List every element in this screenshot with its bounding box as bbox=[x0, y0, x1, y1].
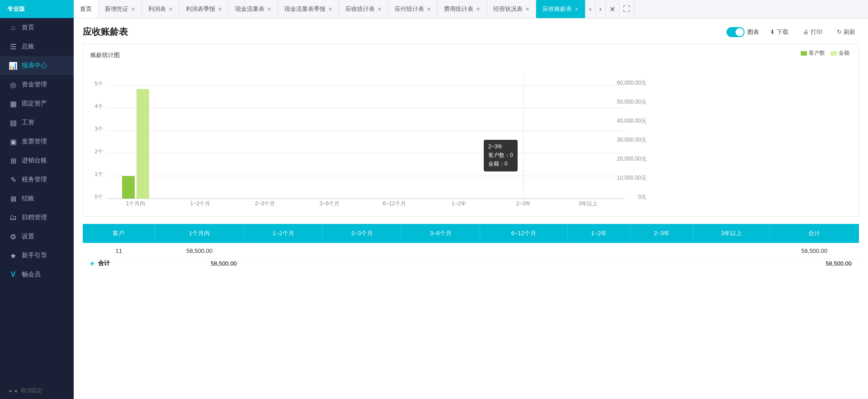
td-y23 bbox=[630, 243, 693, 259]
sidebar: 专业版 ⌂ 首页 ☰ 总账 📊 报表中心 ◎ 资金管理 ▦ 固定资产 ▤ 工资 … bbox=[0, 0, 74, 399]
sidebar-item-label: 税务管理 bbox=[22, 176, 47, 184]
tax-icon: ✎ bbox=[9, 176, 17, 184]
tab-label: 新增凭证 bbox=[105, 5, 128, 13]
close-icon[interactable]: ✕ bbox=[427, 6, 431, 12]
svg-text:0元: 0元 bbox=[638, 194, 646, 200]
tab-aging[interactable]: 应收账龄表 ✕ bbox=[536, 0, 585, 18]
page-content: 应收账龄表 图表 ⬇ 下载 🖨 打印 ↻ 刷新 bbox=[74, 19, 868, 399]
close-icon[interactable]: ✕ bbox=[218, 6, 222, 12]
sidebar-item-guide[interactable]: ★ 新手引导 bbox=[0, 246, 74, 265]
page-title: 应收账龄表 bbox=[83, 26, 128, 38]
tab-payable-stat[interactable]: 应付统计表 ✕ bbox=[388, 0, 438, 18]
td-footer-m23 bbox=[323, 259, 401, 268]
svg-text:1个: 1个 bbox=[94, 171, 103, 177]
tab-voucher[interactable]: 新增凭证 ✕ bbox=[99, 0, 142, 18]
sidebar-pin-toggle[interactable]: ◄◄ 取消固定 bbox=[0, 382, 74, 399]
close-icon[interactable]: ✕ bbox=[575, 6, 579, 12]
print-button[interactable]: 🖨 打印 bbox=[799, 26, 826, 38]
chart-svg-wrap: 0个 1个 2个 3个 4个 5个 0元 10,000.00元 20,000.0… bbox=[90, 63, 851, 209]
tab-label: 应收账龄表 bbox=[542, 5, 572, 13]
tab-profit[interactable]: 利润表 ✕ bbox=[142, 0, 179, 18]
tab-cashflow[interactable]: 现金流量表 ✕ bbox=[229, 0, 278, 18]
tab-label: 应付统计表 bbox=[395, 5, 424, 13]
pin-label: 取消固定 bbox=[21, 387, 42, 394]
tab-expense[interactable]: 费用统计表 ✕ bbox=[438, 0, 487, 18]
td-total: 58,500.00 bbox=[769, 243, 859, 259]
svg-text:10,000.00元: 10,000.00元 bbox=[617, 175, 646, 181]
download-button[interactable]: ⬇ 下载 bbox=[766, 26, 792, 38]
tab-operations[interactable]: 经营状况表 ✕ bbox=[487, 0, 536, 18]
tab-close-all-button[interactable]: ✕ bbox=[606, 0, 619, 18]
svg-text:4个: 4个 bbox=[94, 103, 103, 109]
tab-next-button[interactable]: › bbox=[595, 0, 605, 18]
table-row: 11 58,500.00 58,500.00 bbox=[83, 243, 859, 259]
sidebar-item-label: 畅会员 bbox=[22, 271, 41, 279]
table-body: 11 58,500.00 58,500.00 bbox=[83, 243, 859, 259]
inventory-icon: ⊞ bbox=[9, 157, 17, 165]
legend-customers-label: 客户数 bbox=[809, 49, 825, 57]
sidebar-item-funds[interactable]: ◎ 资金管理 bbox=[0, 75, 74, 94]
footer-label: 合计 bbox=[98, 260, 110, 266]
sidebar-item-reports[interactable]: 📊 报表中心 bbox=[0, 56, 74, 75]
sidebar-item-ledger[interactable]: ☰ 总账 bbox=[0, 37, 74, 56]
td-footer-m36 bbox=[401, 259, 480, 268]
home-icon: ⌂ bbox=[9, 24, 17, 32]
sidebar-item-tax[interactable]: ✎ 税务管理 bbox=[0, 170, 74, 189]
tab-cashflow-quarter[interactable]: 现金流量表季报 ✕ bbox=[278, 0, 339, 18]
close-icon[interactable]: ✕ bbox=[131, 6, 135, 12]
svg-text:1个月内: 1个月内 bbox=[126, 200, 146, 207]
td-m12 bbox=[244, 243, 323, 259]
sidebar-item-assets[interactable]: ▦ 固定资产 bbox=[0, 94, 74, 113]
close-icon[interactable]: ✕ bbox=[476, 6, 480, 12]
chart-svg: 0个 1个 2个 3个 4个 5个 0元 10,000.00元 20,000.0… bbox=[90, 63, 651, 208]
tab-label: 利润表季报 bbox=[186, 5, 215, 13]
tab-prev-button[interactable]: ‹ bbox=[585, 0, 595, 18]
ledger-icon: ☰ bbox=[9, 43, 17, 51]
th-m612: 6~12个月 bbox=[480, 224, 567, 243]
reports-icon: 📊 bbox=[9, 62, 17, 70]
total-icon: ◈ bbox=[90, 260, 94, 266]
sidebar-item-label: 报表中心 bbox=[22, 62, 47, 70]
th-y12: 1~2年 bbox=[567, 224, 630, 243]
svg-text:3年以上: 3年以上 bbox=[579, 200, 598, 207]
close-icon[interactable]: ✕ bbox=[525, 6, 529, 12]
sidebar-item-archive[interactable]: 🗂 归档管理 bbox=[0, 208, 74, 227]
td-footer-m12 bbox=[244, 259, 323, 268]
svg-text:5个: 5个 bbox=[94, 81, 103, 87]
vip-icon: V bbox=[9, 271, 17, 279]
sidebar-item-label: 归档管理 bbox=[22, 214, 47, 222]
th-m23: 2~3个月 bbox=[323, 224, 401, 243]
close-icon[interactable]: ✕ bbox=[169, 6, 173, 12]
tab-home[interactable]: 首页 bbox=[74, 0, 99, 18]
sidebar-item-home[interactable]: ⌂ 首页 bbox=[0, 18, 74, 37]
chart-area: 账龄统计图 客户数 金额 0个 1个 2个 3个 4个 bbox=[83, 43, 859, 217]
sidebar-item-inventory[interactable]: ⊞ 进销台账 bbox=[0, 151, 74, 170]
sidebar-item-salary[interactable]: ▤ 工资 bbox=[0, 113, 74, 132]
tab-maximize-button[interactable]: ⛶ bbox=[619, 0, 634, 18]
tab-profit-quarter[interactable]: 利润表季报 ✕ bbox=[179, 0, 229, 18]
th-m36: 3~6个月 bbox=[401, 224, 480, 243]
close-icon[interactable]: ✕ bbox=[267, 6, 271, 12]
td-footer-m612 bbox=[480, 259, 567, 268]
sidebar-item-settings[interactable]: ⚙ 设置 bbox=[0, 227, 74, 246]
refresh-button[interactable]: ↻ 刷新 bbox=[833, 26, 859, 38]
svg-text:30,000.00元: 30,000.00元 bbox=[617, 137, 646, 143]
svg-text:3个: 3个 bbox=[94, 126, 103, 132]
chart-legend: 客户数 金额 bbox=[801, 49, 849, 57]
print-icon: 🖨 bbox=[803, 28, 809, 35]
sidebar-item-label: 新手引导 bbox=[22, 252, 47, 260]
tab-label: 现金流量表 bbox=[235, 5, 264, 13]
td-footer-m1: 58,500.00 bbox=[155, 259, 244, 268]
sidebar-item-invoice[interactable]: ▣ 发票管理 bbox=[0, 132, 74, 151]
close-icon[interactable]: ✕ bbox=[328, 6, 332, 12]
sidebar-item-vip[interactable]: V 畅会员 bbox=[0, 265, 74, 284]
tab-receivable-stat[interactable]: 应收统计表 ✕ bbox=[339, 0, 388, 18]
tab-label: 经营状况表 bbox=[493, 5, 523, 13]
chart-toggle[interactable] bbox=[726, 27, 745, 37]
assets-icon: ▦ bbox=[9, 100, 17, 108]
sidebar-item-label: 首页 bbox=[22, 24, 34, 32]
close-icon[interactable]: ✕ bbox=[377, 6, 382, 12]
sidebar-item-settle[interactable]: ⊠ 结账 bbox=[0, 189, 74, 208]
svg-text:2个: 2个 bbox=[94, 148, 103, 155]
archive-icon: 🗂 bbox=[9, 214, 17, 222]
